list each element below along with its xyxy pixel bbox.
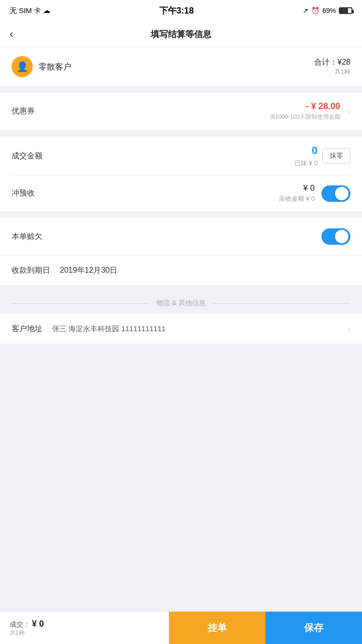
summary-amount: ¥ 0 <box>32 619 44 629</box>
prepay-label: 冲预收 <box>12 188 35 198</box>
status-bar: 无 SIM 卡 ☁ 下午3:18 ↗ ⏰ 69% <box>0 0 362 21</box>
coupon-discount: - ¥ 28.00 <box>306 101 340 112</box>
chevron-right-icon: › <box>348 107 350 116</box>
transaction-right: 0 已抹 ¥ 0 抹零 <box>294 144 350 168</box>
address-chevron-icon: › <box>348 325 350 334</box>
prepay-value-area: ¥ 0 应收金额 ¥ 0 <box>279 183 315 203</box>
logistics-label: 物流 & 其他信息 <box>156 299 205 308</box>
debt-toggle[interactable] <box>321 228 350 245</box>
summary-label: 成交： <box>10 620 30 629</box>
section-gap-1 <box>0 86 362 93</box>
section-gap-3 <box>0 211 362 218</box>
address-row[interactable]: 客户地址 张三 海淀永丰科技园 11111111111 › <box>0 314 362 344</box>
due-date-row: 收款到期日 2019年12月30日 <box>0 255 362 285</box>
divider-line-right <box>213 303 350 304</box>
debt-row: 本单赊欠 <box>0 218 362 255</box>
address-value: 张三 海淀永丰科技园 11111111111 <box>52 324 345 334</box>
amount-value-area: 0 已抹 ¥ 0 <box>294 144 318 168</box>
transaction-label: 成交金额 <box>12 151 42 161</box>
customer-count: 共1种 <box>314 68 350 76</box>
coupon-label: 优惠券 <box>12 106 35 116</box>
round-zero-button[interactable]: 抹零 <box>322 148 350 164</box>
bottom-bar: 成交： ¥ 0 共1种 挂单 保存 <box>0 611 362 644</box>
debt-toggle-knob <box>335 230 348 243</box>
pending-button[interactable]: 挂单 <box>169 612 265 644</box>
debt-label: 本单赊欠 <box>12 232 42 242</box>
customer-row: 👤 零散客户 合计：¥28 共1种 <box>0 47 362 86</box>
rounded-label: 已抹 ¥ 0 <box>294 159 318 168</box>
due-date-value: 2019年12月30日 <box>60 266 117 276</box>
toggle-knob <box>335 187 348 200</box>
customer-total-area: 合计：¥28 共1种 <box>314 57 350 76</box>
battery-label: 69% <box>322 7 336 14</box>
customer-info: 👤 零散客户 <box>12 56 71 77</box>
logistics-divider: 物流 & 其他信息 <box>0 292 362 314</box>
location-icon: ↗ <box>303 7 308 14</box>
divider-line-left <box>12 303 149 304</box>
transaction-value[interactable]: 0 <box>312 144 318 157</box>
save-button[interactable]: 保存 <box>265 612 362 644</box>
summary-amount-row: 成交： ¥ 0 <box>10 619 159 629</box>
customer-avatar: 👤 <box>12 56 33 77</box>
summary-count: 共1种 <box>10 629 159 637</box>
section-gap-4 <box>0 285 362 292</box>
avatar-icon: 👤 <box>16 61 28 72</box>
status-right: ↗ ⏰ 69% <box>303 7 352 14</box>
coupon-desc: 满1000-100不限制使用金额 <box>269 113 340 121</box>
due-label: 收款到期日 <box>12 266 50 276</box>
prepay-row: 冲预收 ¥ 0 应收金额 ¥ 0 <box>12 175 350 211</box>
prepay-toggle[interactable] <box>321 185 350 202</box>
coupon-value-area: - ¥ 28.00 满1000-100不限制使用金额 <box>269 101 340 121</box>
sim-label: 无 SIM 卡 ☁ <box>10 6 50 15</box>
customer-total: 合计：¥28 <box>314 57 350 68</box>
battery-icon <box>339 7 352 14</box>
transaction-amount-row: 成交金额 0 已抹 ¥ 0 抹零 <box>12 137 350 175</box>
status-left: 无 SIM 卡 ☁ <box>10 6 50 15</box>
nav-bar: ‹ 填写结算等信息 <box>0 21 362 47</box>
prepay-right-area: ¥ 0 应收金额 ¥ 0 <box>279 183 350 203</box>
customer-name: 零散客户 <box>39 61 71 72</box>
status-time: 下午3:18 <box>159 5 194 16</box>
bottom-spacer <box>0 344 362 382</box>
page-title: 填写结算等信息 <box>151 28 211 40</box>
prepay-receivable: 应收金额 ¥ 0 <box>279 195 315 203</box>
coupon-right: - ¥ 28.00 满1000-100不限制使用金额 › <box>269 101 350 121</box>
prepay-amount: ¥ 0 <box>303 183 315 193</box>
address-label: 客户地址 <box>12 324 42 334</box>
alarm-icon: ⏰ <box>311 7 320 14</box>
bottom-summary: 成交： ¥ 0 共1种 <box>0 619 169 637</box>
section-gap-2 <box>0 130 362 137</box>
amount-section: 成交金额 0 已抹 ¥ 0 抹零 冲预收 ¥ 0 应收金额 ¥ 0 <box>0 137 362 211</box>
coupon-row[interactable]: 优惠券 - ¥ 28.00 满1000-100不限制使用金额 › <box>0 93 362 130</box>
back-button[interactable]: ‹ <box>10 28 13 41</box>
